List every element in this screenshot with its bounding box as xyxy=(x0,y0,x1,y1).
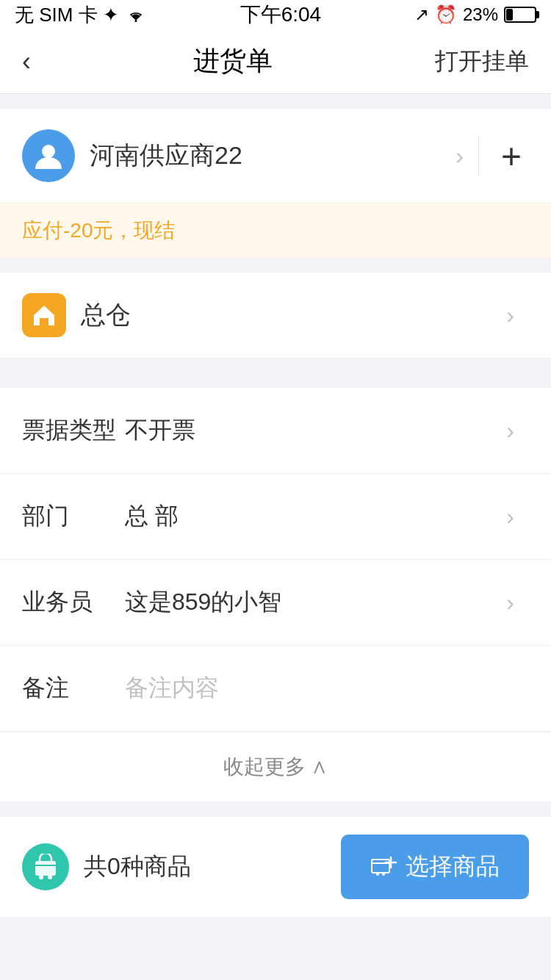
house-icon xyxy=(31,302,57,328)
invoice-value: 不开票 xyxy=(125,414,506,447)
nav-bar: ‹ 进货单 打开挂单 xyxy=(0,29,551,94)
warehouse-name: 总仓 xyxy=(81,298,506,332)
svg-rect-6 xyxy=(372,860,389,873)
supplier-row[interactable]: 河南供应商22 › + xyxy=(0,109,551,203)
staff-label: 业务员 xyxy=(22,586,125,619)
page-title: 进货单 xyxy=(193,43,273,79)
supplier-name: 河南供应商22 xyxy=(90,139,455,173)
svg-point-1 xyxy=(42,145,55,158)
svg-point-7 xyxy=(376,873,379,876)
dept-value: 总 部 xyxy=(125,500,506,533)
svg-point-4 xyxy=(39,875,43,879)
supplier-chevron-icon: › xyxy=(455,143,464,170)
cart-icon xyxy=(32,854,59,880)
wifi-icon xyxy=(125,7,147,23)
mid-divider1 xyxy=(0,258,551,273)
warehouse-row[interactable]: 总仓 › xyxy=(0,273,551,359)
svg-point-8 xyxy=(382,873,385,876)
bottom-bar: 共0种商品 选择商品 xyxy=(0,816,551,917)
open-pending-button[interactable]: 打开挂单 xyxy=(435,46,529,78)
remark-label: 备注 xyxy=(22,672,125,705)
svg-rect-3 xyxy=(35,861,56,876)
supplier-avatar xyxy=(22,129,75,182)
status-bar: 无 SIM 卡 ✦ 下午6:04 ↗ ⏰ 23% xyxy=(0,0,551,29)
svg-point-5 xyxy=(48,875,52,879)
battery-percent: 23% xyxy=(463,4,498,25)
warehouse-section: 总仓 › xyxy=(0,273,551,359)
alarm-icon: ⏰ xyxy=(435,4,457,25)
dept-label: 部门 xyxy=(22,500,125,533)
dept-chevron-icon: › xyxy=(506,503,514,530)
notice-bar: 应付-20元，现结 xyxy=(0,203,551,258)
status-left: 无 SIM 卡 ✦ xyxy=(15,2,147,28)
select-goods-label: 选择商品 xyxy=(406,851,500,883)
product-count-icon xyxy=(22,843,69,890)
select-goods-button[interactable]: 选择商品 xyxy=(341,835,529,899)
collapse-row[interactable]: 收起更多 ∧ xyxy=(0,732,551,801)
vertical-divider xyxy=(478,137,479,174)
location-icon: ↗ xyxy=(414,4,429,25)
back-button[interactable]: ‹ xyxy=(22,46,31,77)
staff-value: 这是859的小智 xyxy=(125,586,506,619)
product-count-text: 共0种商品 xyxy=(84,851,341,883)
staff-chevron-icon: › xyxy=(506,589,514,616)
add-supplier-button[interactable]: + xyxy=(494,136,529,176)
staff-row[interactable]: 业务员 这是859的小智 › xyxy=(0,560,551,646)
person-icon xyxy=(32,140,65,172)
form-section: 票据类型 不开票 › 部门 总 部 › 业务员 这是859的小智 › 备注 备注… xyxy=(0,388,551,801)
mid-divider2 xyxy=(0,359,551,373)
supplier-section: 河南供应商22 › + 应付-20元，现结 xyxy=(0,109,551,258)
remark-placeholder[interactable]: 备注内容 xyxy=(125,672,529,705)
status-time: 下午6:04 xyxy=(240,1,322,29)
battery-icon xyxy=(504,7,536,23)
top-divider xyxy=(0,94,551,109)
status-right: ↗ ⏰ 23% xyxy=(414,4,536,25)
collapse-text: 收起更多 ∧ xyxy=(223,753,328,781)
remark-row[interactable]: 备注 备注内容 xyxy=(0,646,551,732)
warehouse-chevron-icon: › xyxy=(506,302,514,329)
sim-indicator: 无 SIM 卡 ✦ xyxy=(15,2,119,28)
cart-add-icon xyxy=(370,854,397,880)
svg-point-0 xyxy=(134,20,137,22)
department-row[interactable]: 部门 总 部 › xyxy=(0,474,551,560)
invoice-chevron-icon: › xyxy=(506,417,514,444)
invoice-type-row[interactable]: 票据类型 不开票 › xyxy=(0,388,551,474)
svg-rect-2 xyxy=(40,318,48,325)
invoice-label: 票据类型 xyxy=(22,414,125,447)
warehouse-icon xyxy=(22,293,66,337)
